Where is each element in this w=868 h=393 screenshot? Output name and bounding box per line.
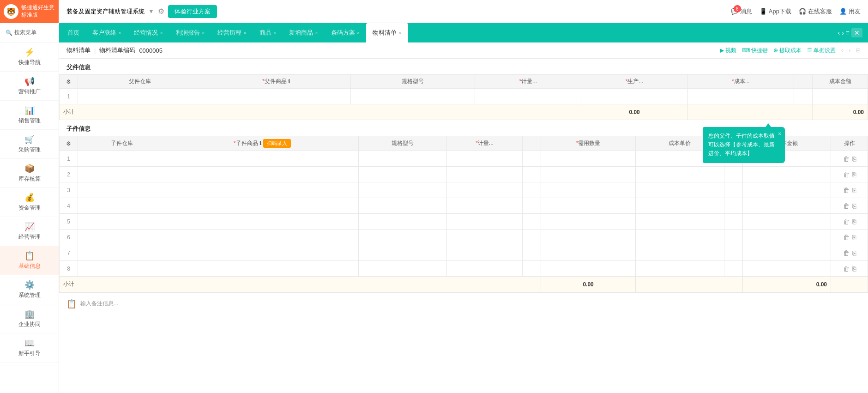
tab-bom[interactable]: 物料清单 × bbox=[366, 23, 408, 42]
child-row-5-qty[interactable] bbox=[541, 214, 636, 230]
child-row-2-spec[interactable] bbox=[358, 167, 446, 182]
app-download-btn[interactable]: 📱 App下载 bbox=[760, 7, 791, 16]
child-row-7-qty[interactable] bbox=[541, 245, 636, 261]
parent-row-1-warehouse[interactable] bbox=[78, 89, 202, 104]
child-row-7-unit[interactable] bbox=[447, 245, 523, 261]
child-row-2-delete-icon[interactable]: 🗑 bbox=[843, 171, 850, 178]
child-row-2-unit[interactable] bbox=[447, 167, 523, 182]
child-row-6-qty[interactable] bbox=[541, 230, 636, 245]
child-row-2-qty[interactable] bbox=[541, 167, 636, 182]
parent-row-1-spec[interactable] bbox=[351, 89, 475, 104]
expand-icon[interactable]: ⊟ bbox=[856, 47, 861, 54]
action-view[interactable]: ▶ 视频 bbox=[720, 47, 736, 54]
sidebar-item-finance[interactable]: 💰 资金管理 bbox=[0, 188, 59, 217]
child-row-8-product[interactable] bbox=[166, 261, 358, 277]
parent-row-1-unit[interactable] bbox=[475, 89, 581, 104]
child-row-3-delete-icon[interactable]: 🗑 bbox=[843, 187, 850, 194]
child-row-3-product[interactable] bbox=[166, 182, 358, 198]
child-row-8-delete-icon[interactable]: 🗑 bbox=[843, 265, 850, 272]
nav-left-icon[interactable]: ‹ bbox=[841, 47, 843, 54]
child-row-5-product[interactable] bbox=[166, 214, 358, 230]
child-row-1-delete-icon[interactable]: 🗑 bbox=[843, 155, 850, 163]
sidebar-item-enterprise[interactable]: 🏢 企业协同 bbox=[0, 304, 59, 333]
nav-right-icon[interactable]: › bbox=[849, 47, 850, 54]
child-row-5-unit-price[interactable] bbox=[636, 214, 724, 230]
close-tab-new-goods[interactable]: × bbox=[315, 30, 318, 36]
child-row-5-delete-icon[interactable]: 🗑 bbox=[843, 218, 850, 225]
child-row-5-spec[interactable] bbox=[358, 214, 446, 230]
parent-row-1-product[interactable] bbox=[202, 89, 351, 104]
parent-row-1-production[interactable] bbox=[581, 89, 687, 104]
sidebar-item-basic-info[interactable]: 📋 基础信息 bbox=[0, 246, 59, 275]
child-row-2-product[interactable] bbox=[166, 167, 358, 182]
tab-new-goods[interactable]: 新增商品 × bbox=[283, 23, 324, 42]
sidebar-item-purchase[interactable]: 🛒 采购管理 bbox=[0, 130, 59, 159]
close-all-icon[interactable]: ✕ bbox=[851, 28, 862, 37]
dropdown-icon[interactable]: ▼ bbox=[148, 8, 154, 15]
tab-goods[interactable]: 商品 × bbox=[253, 23, 283, 42]
sidebar-search[interactable]: 🔍 搜索菜单 bbox=[0, 23, 59, 42]
tab-home[interactable]: 首页 bbox=[61, 23, 86, 42]
child-row-7-delete-icon[interactable]: 🗑 bbox=[843, 249, 850, 257]
child-row-4-copy-icon[interactable]: ⎘ bbox=[852, 202, 856, 210]
child-row-4-warehouse[interactable] bbox=[78, 198, 166, 214]
close-tab-customer[interactable]: × bbox=[118, 30, 121, 36]
scan-btn[interactable]: 扫码录入 bbox=[263, 139, 291, 148]
settings-icon[interactable]: ⚙ bbox=[158, 7, 164, 16]
child-row-8-unit-price[interactable] bbox=[636, 261, 724, 277]
close-tab-operations[interactable]: × bbox=[160, 30, 163, 36]
child-row-2-unit-price[interactable] bbox=[636, 167, 724, 182]
parent-row-1-cost[interactable] bbox=[687, 89, 794, 104]
child-row-4-qty[interactable] bbox=[541, 198, 636, 214]
child-row-7-product[interactable] bbox=[166, 245, 358, 261]
child-row-8-copy-icon[interactable]: ⎘ bbox=[852, 265, 856, 272]
child-col-settings[interactable]: ⚙ bbox=[60, 136, 78, 151]
child-row-3-unit[interactable] bbox=[447, 182, 523, 198]
online-support-btn[interactable]: 🎧 在线客服 bbox=[799, 7, 832, 16]
tab-prev-icon[interactable]: ‹ bbox=[838, 29, 840, 36]
child-row-3-copy-icon[interactable]: ⎘ bbox=[852, 187, 856, 194]
close-tab-profit[interactable]: × bbox=[202, 30, 205, 36]
child-row-8-qty[interactable] bbox=[541, 261, 636, 277]
child-row-8-spec[interactable] bbox=[358, 261, 446, 277]
child-row-7-warehouse[interactable] bbox=[78, 245, 166, 261]
sidebar-item-marketing[interactable]: 📢 营销推广 bbox=[0, 72, 59, 101]
child-row-6-unit[interactable] bbox=[447, 230, 523, 245]
sidebar-item-quick-nav[interactable]: ⚡ 快捷导航 bbox=[0, 42, 59, 72]
child-row-5-warehouse[interactable] bbox=[78, 214, 166, 230]
tab-history[interactable]: 经营历程 × bbox=[211, 23, 253, 42]
child-row-3-qty[interactable] bbox=[541, 182, 636, 198]
sidebar-item-inventory[interactable]: 📦 库存核算 bbox=[0, 159, 59, 188]
action-single-settings[interactable]: ☰ 单据设置 bbox=[807, 47, 836, 54]
child-row-6-spec[interactable] bbox=[358, 230, 446, 245]
child-row-7-unit-price[interactable] bbox=[636, 245, 724, 261]
child-row-1-product[interactable] bbox=[166, 151, 358, 167]
child-row-3-warehouse[interactable] bbox=[78, 182, 166, 198]
tab-profit[interactable]: 利润报告 × bbox=[169, 23, 211, 42]
child-row-8-warehouse[interactable] bbox=[78, 261, 166, 277]
sidebar-item-guide[interactable]: 📖 新手引导 bbox=[0, 333, 59, 363]
child-row-1-warehouse[interactable] bbox=[78, 151, 166, 167]
child-row-5-unit[interactable] bbox=[447, 214, 523, 230]
message-btn[interactable]: 💬 6 消息 bbox=[731, 7, 752, 16]
child-row-2-copy-icon[interactable]: ⎘ bbox=[852, 171, 856, 178]
child-row-1-spec[interactable] bbox=[358, 151, 446, 167]
close-tab-goods[interactable]: × bbox=[273, 30, 276, 36]
user-btn[interactable]: 👤 用友 bbox=[839, 7, 861, 16]
tooltip-close[interactable]: × bbox=[778, 130, 781, 139]
child-row-6-unit-price[interactable] bbox=[636, 230, 724, 245]
child-row-3-unit-price[interactable] bbox=[636, 182, 724, 198]
close-tab-bom[interactable]: × bbox=[398, 30, 401, 36]
child-row-7-copy-icon[interactable]: ⎘ bbox=[852, 249, 856, 257]
child-row-4-product[interactable] bbox=[166, 198, 358, 214]
child-row-1-qty[interactable] bbox=[541, 151, 636, 167]
parent-col-settings[interactable]: ⚙ bbox=[60, 75, 78, 89]
child-row-1-unit[interactable] bbox=[447, 151, 523, 167]
child-row-6-copy-icon[interactable]: ⎘ bbox=[852, 234, 856, 241]
child-row-3-spec[interactable] bbox=[358, 182, 446, 198]
action-shortcut[interactable]: ⌨ 快捷键 bbox=[742, 47, 768, 54]
trial-btn[interactable]: 体验行业方案 bbox=[168, 5, 217, 18]
child-row-6-product[interactable] bbox=[166, 230, 358, 245]
child-row-2-warehouse[interactable] bbox=[78, 167, 166, 182]
sidebar-item-operations[interactable]: 📈 经营管理 bbox=[0, 217, 59, 246]
